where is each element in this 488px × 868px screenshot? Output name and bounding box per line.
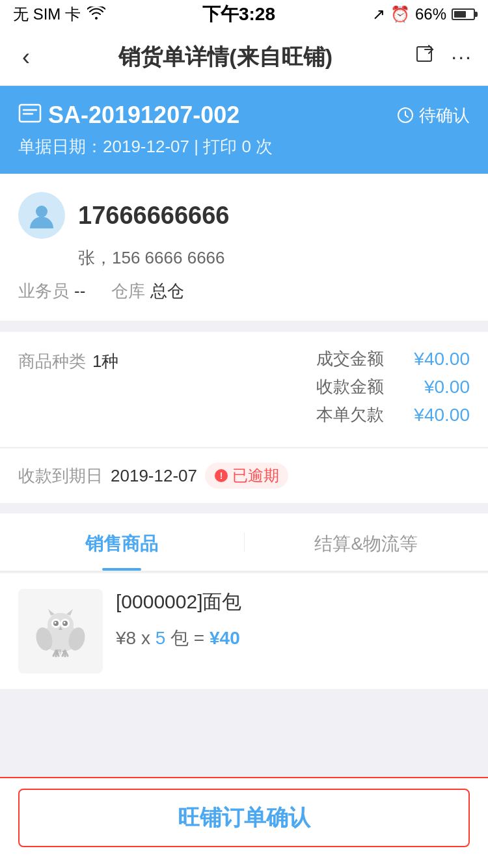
- product-section: 群+ [0000002]面包 ¥8 x 5 包 = ¥40: [0, 573, 488, 689]
- product-image: 群+: [18, 589, 103, 673]
- warehouse-label: 仓库: [111, 280, 145, 303]
- order-banner: SA-20191207-002 待确认 单据日期：2019-12-07 | 打印…: [0, 86, 488, 174]
- product-item: 群+ [0000002]面包 ¥8 x 5 包 = ¥40: [18, 589, 470, 673]
- due-date-value: 2019-12-07: [111, 466, 197, 486]
- order-id: SA-20191207-002: [18, 102, 239, 129]
- status-left: 无 SIM 卡: [13, 4, 105, 25]
- customer-section: 17666666666 张，156 6666 6666 业务员 -- 仓库 总仓: [0, 174, 488, 321]
- alarm-icon: ⏰: [390, 5, 410, 23]
- customer-phone: 17666666666: [78, 202, 229, 230]
- wifi-icon: [87, 5, 105, 23]
- total-price: ¥40: [210, 628, 240, 648]
- salesperson-value: --: [74, 281, 85, 301]
- tab-products[interactable]: 销售商品: [0, 513, 244, 571]
- due-label: 收款到期日: [18, 465, 103, 487]
- carrier-label: 无 SIM 卡: [13, 4, 81, 25]
- deal-amount-row: 成交金额 ¥40.00: [316, 347, 470, 370]
- summary-section: 商品种类 1种 成交金额 ¥40.00 收款金额 ¥0.00 本单欠款 ¥40.…: [0, 332, 488, 448]
- confirm-order-button[interactable]: 旺铺订单确认: [18, 789, 470, 847]
- status-label: 待确认: [419, 104, 470, 127]
- debt-amount-row: 本单欠款 ¥40.00: [316, 403, 470, 426]
- location-icon: ↗: [372, 5, 385, 23]
- page-title: 销货单详情(来自旺铺): [118, 42, 332, 72]
- unit-price: ¥8: [116, 628, 136, 648]
- more-icon[interactable]: ···: [451, 45, 472, 69]
- tab-settlement[interactable]: 结算&物流等: [245, 513, 489, 571]
- status-right: ↗ ⏰ 66%: [372, 5, 475, 23]
- debt-amount-value: ¥40.00: [392, 405, 470, 426]
- svg-text:!: !: [220, 470, 223, 481]
- quantity: 5: [156, 628, 166, 648]
- tabs-section: 销售商品 结算&物流等: [0, 513, 488, 572]
- due-date-section: 收款到期日 2019-12-07 ! 已逾期: [0, 448, 488, 503]
- svg-point-8: [47, 613, 74, 636]
- svg-marker-9: [48, 609, 55, 616]
- confirm-button-wrap: 旺铺订单确认: [0, 777, 488, 868]
- svg-marker-10: [66, 609, 73, 616]
- nav-bar: ‹ 销货单详情(来自旺铺) ···: [0, 29, 488, 86]
- status-bar: 无 SIM 卡 下午3:28 ↗ ⏰ 66%: [0, 0, 488, 29]
- customer-row: 17666666666: [18, 192, 470, 239]
- nav-actions: ···: [414, 44, 472, 70]
- share-icon[interactable]: [414, 44, 435, 70]
- receipt-amount-label: 收款金额: [316, 375, 384, 398]
- receipt-amount-row: 收款金额 ¥0.00: [316, 375, 470, 398]
- amounts-summary: 成交金额 ¥40.00 收款金额 ¥0.00 本单欠款 ¥40.00: [316, 347, 470, 431]
- product-info: [0000002]面包 ¥8 x 5 包 = ¥40: [116, 589, 470, 651]
- order-icon: [18, 102, 42, 129]
- deal-amount-value: ¥40.00: [392, 349, 470, 370]
- customer-name: 张，156 6666 6666: [18, 247, 470, 269]
- product-thumbnail: 群+: [18, 589, 103, 673]
- product-price: ¥8 x 5 包 = ¥40: [116, 626, 470, 651]
- category-label: 商品种类: [18, 350, 86, 373]
- deal-amount-label: 成交金额: [316, 347, 384, 370]
- category-value: 1种: [92, 350, 118, 373]
- order-banner-top: SA-20191207-002 待确认: [18, 102, 470, 129]
- warehouse-value: 总仓: [150, 280, 184, 303]
- battery-percentage: 66%: [415, 5, 446, 23]
- svg-point-16: [64, 622, 66, 624]
- order-date-line: 单据日期：2019-12-07 | 打印 0 次: [18, 135, 470, 158]
- tabs: 销售商品 结算&物流等: [0, 513, 488, 571]
- customer-meta: 业务员 -- 仓库 总仓: [18, 280, 470, 303]
- overdue-badge: ! 已逾期: [205, 463, 288, 489]
- order-status: 待确认: [397, 104, 470, 127]
- status-time: 下午3:28: [202, 2, 275, 27]
- debt-amount-label: 本单欠款: [316, 403, 384, 426]
- avatar: [18, 192, 65, 239]
- battery-icon: [452, 8, 475, 20]
- salesperson-meta: 业务员 --: [18, 280, 85, 303]
- warehouse-meta: 仓库 总仓: [111, 280, 184, 303]
- svg-point-4: [36, 206, 47, 217]
- category-summary: 商品种类 1种: [18, 347, 118, 373]
- svg-text:群+: 群+: [56, 649, 65, 655]
- back-button[interactable]: ‹: [16, 37, 36, 77]
- svg-point-15: [55, 622, 57, 624]
- product-name: [0000002]面包: [116, 589, 470, 616]
- salesperson-label: 业务员: [18, 280, 69, 303]
- receipt-amount-value: ¥0.00: [392, 377, 470, 398]
